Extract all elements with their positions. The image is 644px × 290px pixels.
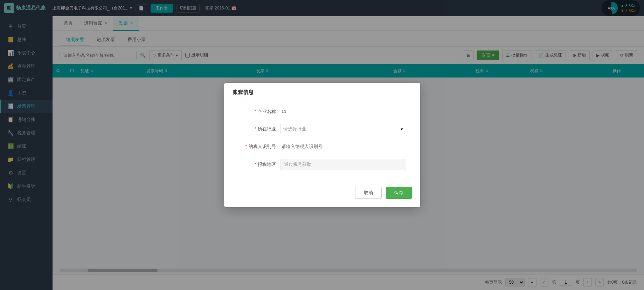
industry-select[interactable]: 请选择行业 ▾	[280, 124, 406, 134]
form-row-taxid: * 纳税人识别号	[238, 142, 406, 151]
modal-overlay: 账套信息 * 企业名称 * 所在行业 请选择行业 ▾	[0, 0, 644, 290]
form-row-company: * 企业名称	[238, 107, 406, 116]
account-info-modal: 账套信息 * 企业名称 * 所在行业 请选择行业 ▾	[224, 83, 420, 207]
form-row-taxregion: * 报税地区 通过税号获取	[238, 159, 406, 170]
company-name-label: * 企业名称	[238, 108, 280, 115]
industry-label: * 所在行业	[238, 126, 280, 132]
tax-id-label: * 纳税人识别号	[238, 143, 280, 150]
tax-region-display: 通过税号获取	[280, 159, 406, 170]
tax-id-input[interactable]	[280, 142, 406, 151]
form-row-industry: * 所在行业 请选择行业 ▾	[238, 124, 406, 134]
tax-region-label: * 报税地区	[238, 161, 280, 168]
modal-header: 账套信息	[224, 83, 420, 100]
company-name-input[interactable]	[280, 107, 406, 116]
cancel-btn[interactable]: 取消	[355, 187, 382, 199]
modal-footer: 取消 保存	[224, 181, 420, 207]
industry-chevron-icon: ▾	[401, 127, 403, 132]
modal-body: * 企业名称 * 所在行业 请选择行业 ▾ *	[224, 100, 420, 181]
save-btn[interactable]: 保存	[386, 187, 412, 199]
